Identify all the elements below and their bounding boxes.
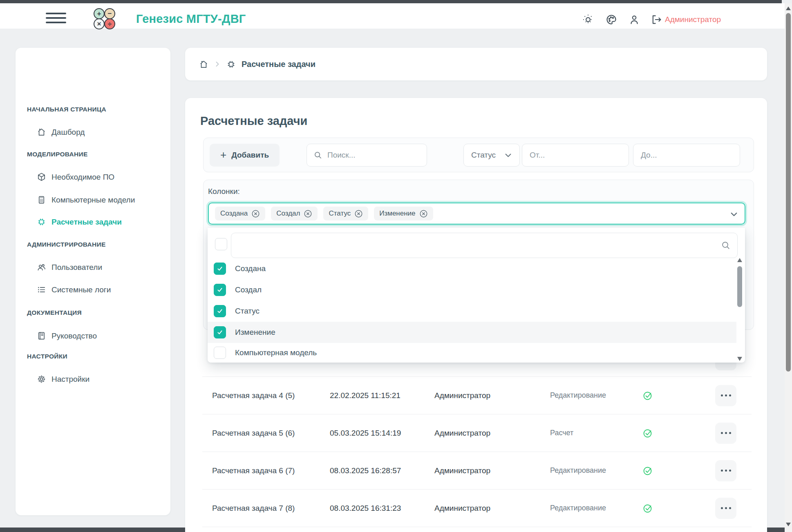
sidebar-section-settings: НАСТРОЙКИ (27, 353, 67, 360)
row-actions-button[interactable] (715, 385, 736, 406)
remove-tag-icon[interactable] (354, 209, 363, 218)
chevron-down-icon[interactable] (730, 210, 738, 218)
sidebar-item-label: Дашборд (51, 128, 85, 137)
table-row[interactable]: Расчетная задача 7 (8) 08.03.2025 16:31:… (202, 489, 752, 527)
logo-plus-icon: + (94, 8, 105, 19)
task-status: Редактирование (550, 466, 606, 475)
search-icon (313, 151, 322, 160)
search-input[interactable] (327, 151, 420, 160)
scroll-down-arrow[interactable] (737, 357, 742, 361)
status-select[interactable]: Статус (463, 144, 520, 167)
task-author: Администратор (434, 429, 490, 438)
task-author: Администратор (434, 504, 490, 513)
remove-tag-icon[interactable] (251, 209, 260, 218)
scroll-up-arrow[interactable] (786, 7, 791, 10)
sidebar-item-computer-models[interactable]: Компьютерные модели (37, 195, 135, 205)
checkbox-checked-icon[interactable] (214, 284, 226, 296)
sidebar-item-calc-tasks[interactable]: Расчетные задачи (37, 217, 122, 227)
table-row[interactable]: Расчетная задача 4 (5) 22.02.2025 11:15:… (202, 376, 752, 414)
date-to-input[interactable] (641, 151, 732, 160)
column-tag: Создал (271, 207, 318, 220)
row-actions-button[interactable] (715, 498, 736, 519)
task-status: Расчет (550, 429, 573, 437)
sidebar-item-label: Необходимое ПО (51, 173, 114, 182)
sidebar-item-label: Пользователи (51, 263, 102, 272)
row-actions-button[interactable] (715, 460, 736, 481)
status-select-value: Статус (471, 151, 496, 160)
breadcrumb-current-page[interactable]: Расчетные задачи (242, 60, 315, 69)
task-created: 22.02.2025 11:15:21 (330, 391, 400, 400)
toolbar-panel: + Добавить Статус (203, 138, 754, 172)
scrollbar-thumb[interactable] (737, 266, 742, 307)
checkbox-checked-icon[interactable] (214, 326, 226, 338)
task-status: Редактирование (550, 504, 606, 512)
chevron-right-icon (214, 61, 221, 67)
sidebar-item-users[interactable]: Пользователи (37, 263, 102, 272)
remove-tag-icon[interactable] (419, 209, 428, 218)
scroll-down-arrow[interactable] (786, 523, 791, 526)
logo-divide-icon: ÷ (104, 18, 115, 29)
dropdown-search-input[interactable] (238, 241, 717, 250)
app-title: Генезис МГТУ-ДВГ (136, 12, 246, 26)
row-actions-button[interactable] (715, 423, 736, 444)
sidebar-item-software[interactable]: Необходимое ПО (37, 172, 114, 182)
task-created: 08.03.2025 16:31:23 (330, 504, 401, 513)
checkbox-checked-icon[interactable] (214, 263, 226, 275)
scrollbar-thumb[interactable] (786, 13, 791, 372)
home-icon (37, 127, 46, 137)
calculator-icon (37, 195, 46, 205)
task-created: 08.03.2025 16:28:57 (330, 466, 401, 475)
breadcrumb: Расчетные задачи (185, 48, 767, 80)
home-icon[interactable] (199, 60, 208, 69)
columns-multiselect[interactable]: Создана Создал Статус Изменение (208, 203, 745, 225)
sidebar-item-manual[interactable]: Руководство (37, 331, 97, 341)
search-input-wrapper (307, 144, 427, 167)
palette-icon[interactable] (606, 14, 617, 25)
dropdown-option-change[interactable]: Изменение (208, 322, 736, 343)
page-title: Расчетные задачи (200, 114, 307, 128)
date-to-wrapper (633, 144, 740, 167)
task-status: Редактирование (550, 391, 606, 400)
column-tag: Изменение (374, 207, 433, 220)
cube-icon (37, 172, 46, 182)
check-circle-icon (643, 503, 653, 513)
main-content-card: Расчетные задачи + Добавить Статус Колон… (185, 98, 767, 532)
sidebar-section-start: НАЧАЛЬНАЯ СТРАНИЦА (27, 106, 106, 113)
gear-icon (37, 374, 46, 384)
sidebar-item-dashboard[interactable]: Дашборд (37, 127, 85, 137)
date-from-input[interactable] (530, 151, 621, 160)
table-row[interactable]: Расчетная задача 6 (7) 08.03.2025 16:28:… (202, 452, 752, 489)
dropdown-option-computer-model[interactable]: Компьютерная модель (208, 343, 736, 363)
checkbox-unchecked-icon[interactable] (214, 347, 226, 359)
book-icon (37, 331, 46, 341)
sidebar-item-system-logs[interactable]: Системные логи (37, 285, 111, 294)
columns-dropdown: Создана Создал Статус Изменение Компьюте… (208, 228, 745, 363)
menu-icon[interactable] (46, 13, 66, 23)
page-scrollbar[interactable] (785, 3, 792, 532)
theme-sun-icon[interactable] (582, 14, 594, 25)
select-all-checkbox[interactable] (215, 238, 227, 250)
check-circle-icon (643, 428, 653, 438)
task-name: Расчетная задача 7 (8) (212, 504, 295, 513)
user-role-label[interactable]: Администратор (665, 15, 721, 24)
sidebar-item-settings[interactable]: Настройки (37, 374, 89, 384)
dropdown-option-status[interactable]: Статус (208, 301, 736, 322)
logout-icon[interactable] (651, 14, 662, 25)
user-icon[interactable] (629, 14, 640, 25)
task-created: 05.03.2025 15:14:19 (330, 429, 401, 438)
remove-tag-icon[interactable] (304, 209, 312, 218)
checkbox-checked-icon[interactable] (214, 305, 226, 317)
columns-filter-label: Колонки: (208, 187, 240, 196)
table-row[interactable]: Расчетная задача 5 (6) 05.03.2025 15:14:… (202, 414, 752, 452)
sidebar-section-documentation: ДОКУМЕНТАЦИЯ (27, 309, 82, 316)
logo-minus-icon: − (104, 8, 115, 19)
add-button[interactable]: + Добавить (210, 144, 280, 167)
dropdown-scrollbar[interactable] (736, 258, 743, 363)
chip-icon (37, 217, 46, 227)
scroll-up-arrow[interactable] (737, 258, 742, 262)
dropdown-option-creator[interactable]: Создал (208, 279, 736, 301)
app-header: + − × ÷ Генезис МГТУ-ДВГ Администратор (0, 3, 785, 29)
sidebar-item-label: Компьютерные модели (51, 196, 135, 205)
dropdown-option-created[interactable]: Создана (208, 258, 736, 279)
dropdown-search-row (208, 228, 745, 258)
